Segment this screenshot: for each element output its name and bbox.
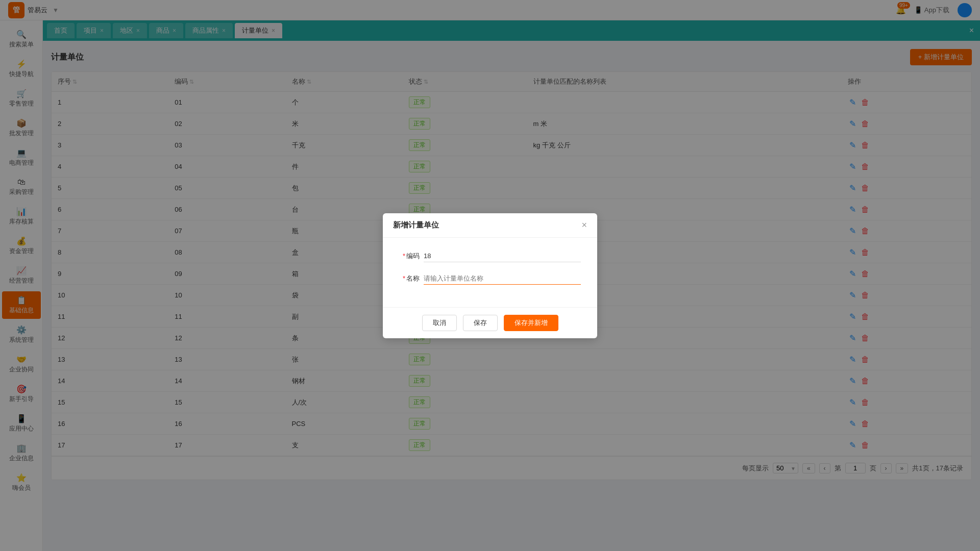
modal-footer: 取消 保存 保存并新增	[383, 307, 597, 338]
code-label: *编码	[399, 252, 420, 261]
modal-header: 新增计量单位 ×	[383, 213, 597, 238]
cancel-button[interactable]: 取消	[422, 315, 457, 331]
name-required-star: *	[403, 274, 405, 282]
form-row-name: *名称	[399, 272, 581, 285]
save-button[interactable]: 保存	[463, 315, 498, 331]
name-input[interactable]	[424, 272, 581, 285]
modal-close-button[interactable]: ×	[581, 220, 587, 230]
form-row-code: *编码	[399, 250, 581, 262]
save-and-add-button[interactable]: 保存并新增	[504, 315, 558, 331]
modal-overlay[interactable]: 新增计量单位 × *编码 *名称 取消 保存 保存并新增	[0, 0, 980, 551]
name-label: *名称	[399, 274, 420, 283]
add-unit-modal: 新增计量单位 × *编码 *名称 取消 保存 保存并新增	[383, 213, 597, 338]
modal-title: 新增计量单位	[393, 220, 439, 230]
code-input[interactable]	[424, 250, 581, 262]
code-required-star: *	[403, 252, 405, 260]
modal-body: *编码 *名称	[383, 238, 597, 307]
